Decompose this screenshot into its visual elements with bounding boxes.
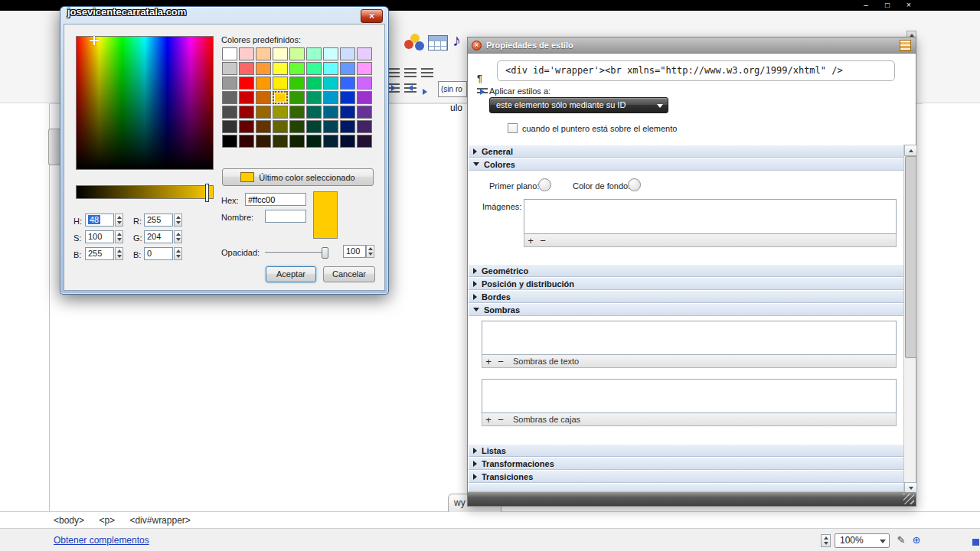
outdent-icon[interactable] xyxy=(404,83,418,93)
palette-swatch[interactable] xyxy=(357,62,372,75)
palette-swatch[interactable] xyxy=(256,135,271,148)
zoom-dropdown[interactable]: 100% xyxy=(835,533,890,548)
palette-swatch[interactable] xyxy=(256,47,271,60)
breadcrumb-body[interactable]: <body> xyxy=(54,515,84,526)
palette-swatch[interactable] xyxy=(289,91,305,104)
box-shadows-listbox[interactable] xyxy=(482,379,897,413)
resize-corner-dot[interactable] xyxy=(972,539,979,546)
palette-swatch[interactable] xyxy=(239,120,254,133)
palette-swatch[interactable] xyxy=(357,120,372,133)
apply-mode-dropdown[interactable]: este elemento sólo mediante su ID xyxy=(489,97,668,113)
palette-swatch[interactable] xyxy=(340,47,355,60)
palette-swatch[interactable] xyxy=(273,62,288,75)
palette-swatch[interactable] xyxy=(222,91,237,104)
palette-swatch[interactable] xyxy=(357,47,372,60)
brightness-marker[interactable] xyxy=(205,184,209,202)
palette-swatch[interactable] xyxy=(306,77,322,90)
palette-swatch[interactable] xyxy=(289,106,305,119)
section-colores[interactable]: Colores xyxy=(469,158,903,171)
breadcrumb-div-wrapper[interactable]: <div#wrapper> xyxy=(129,515,190,526)
opacity-field[interactable]: 100 xyxy=(343,245,366,258)
palette-swatch[interactable] xyxy=(306,135,322,148)
palette-swatch[interactable] xyxy=(273,91,288,104)
palette-swatch[interactable] xyxy=(289,77,305,90)
panel-close-icon[interactable]: × xyxy=(472,41,482,51)
s-field[interactable]: 100 xyxy=(85,230,114,243)
palette-swatch[interactable] xyxy=(289,120,305,133)
maximize-button[interactable]: □ xyxy=(877,1,897,10)
g-stepper[interactable] xyxy=(174,230,182,243)
section-general[interactable]: General xyxy=(469,145,903,158)
palette-swatch[interactable] xyxy=(256,106,271,119)
g-field[interactable]: 204 xyxy=(144,230,173,243)
panel-options-icon[interactable] xyxy=(900,40,911,51)
palette-swatch[interactable] xyxy=(256,120,271,133)
palette-swatch[interactable] xyxy=(289,62,305,75)
palette-swatch[interactable] xyxy=(273,47,288,60)
palette-swatch[interactable] xyxy=(340,106,355,119)
text-shadows-listbox[interactable] xyxy=(482,321,897,355)
blue-field[interactable]: 0 xyxy=(144,247,173,260)
palette-swatch[interactable] xyxy=(340,62,355,75)
palette-swatch[interactable] xyxy=(323,106,338,119)
h-stepper[interactable] xyxy=(115,214,123,227)
align-left-icon[interactable] xyxy=(387,68,400,77)
zoom-stepper[interactable] xyxy=(821,534,831,547)
music-note-icon[interactable]: ♪ xyxy=(452,31,461,51)
indent-icon[interactable] xyxy=(387,83,401,93)
palette-swatch[interactable] xyxy=(340,91,355,104)
palette-swatch[interactable] xyxy=(239,77,254,90)
hex-input[interactable] xyxy=(245,193,306,206)
palette-swatch[interactable] xyxy=(289,135,305,148)
palette-swatch[interactable] xyxy=(340,135,355,148)
align-justify-icon[interactable] xyxy=(421,68,433,77)
breadcrumb-p[interactable]: <p> xyxy=(99,515,115,526)
palette-swatch[interactable] xyxy=(273,135,288,148)
palette-swatch[interactable] xyxy=(222,77,237,90)
pencil-icon[interactable]: ✎ xyxy=(894,533,908,547)
scrollbar-up-button[interactable] xyxy=(904,145,917,156)
palette-swatch[interactable] xyxy=(323,135,338,148)
palette-swatch[interactable] xyxy=(222,47,237,60)
background-color-well[interactable] xyxy=(628,178,641,191)
palette-swatch[interactable] xyxy=(256,91,271,104)
opacity-stepper[interactable] xyxy=(366,245,374,258)
palette-swatch[interactable] xyxy=(239,47,254,60)
palette-swatch[interactable] xyxy=(323,62,338,75)
ruler-combobox[interactable]: (sin ro xyxy=(438,81,467,97)
name-input[interactable] xyxy=(265,210,306,223)
last-color-button[interactable]: Último color seleccionado xyxy=(222,168,374,186)
foreground-color-well[interactable] xyxy=(538,178,551,191)
palette-swatch[interactable] xyxy=(222,62,237,75)
r-field[interactable]: 255 xyxy=(144,214,173,227)
brightness-slider[interactable] xyxy=(76,185,214,199)
palette-swatch[interactable] xyxy=(273,77,288,90)
add-text-shadow-button[interactable]: + xyxy=(482,356,495,367)
s-stepper[interactable] xyxy=(115,230,123,243)
add-box-shadow-button[interactable]: + xyxy=(482,414,495,425)
css-selector-box[interactable]: <div id='wrapper'><br xmlns="http://www.… xyxy=(497,60,895,81)
side-tab[interactable] xyxy=(48,129,60,165)
palette-swatch[interactable] xyxy=(239,106,254,119)
get-addons-link[interactable]: Obtener complementos xyxy=(54,529,149,551)
opacity-slider-track[interactable] xyxy=(265,252,326,254)
panel-scrollbar[interactable] xyxy=(903,145,915,492)
palette-swatch[interactable] xyxy=(323,91,338,104)
add-image-button[interactable]: + xyxy=(524,235,537,246)
remove-text-shadow-button[interactable]: − xyxy=(495,356,507,367)
palette-swatch[interactable] xyxy=(273,120,288,133)
palette-swatch[interactable] xyxy=(239,62,254,75)
target-icon[interactable]: ⊕ xyxy=(910,533,923,547)
section-transformaciones[interactable]: Transformaciones xyxy=(469,457,903,470)
pilcrow-icon[interactable]: ¶ xyxy=(477,73,482,84)
indent-arrow-icon[interactable] xyxy=(477,88,489,97)
opacity-slider-thumb[interactable] xyxy=(322,247,328,259)
section-geometrico[interactable]: Geométrico xyxy=(469,264,903,277)
palette-swatch[interactable] xyxy=(222,135,237,148)
palette-swatch[interactable] xyxy=(306,91,322,104)
minimize-button[interactable]: – xyxy=(856,1,876,10)
saturation-value-picker[interactable] xyxy=(76,36,214,170)
palette-swatch[interactable] xyxy=(222,120,237,133)
blue-stepper[interactable] xyxy=(174,247,182,260)
palette-swatch[interactable] xyxy=(256,62,271,75)
